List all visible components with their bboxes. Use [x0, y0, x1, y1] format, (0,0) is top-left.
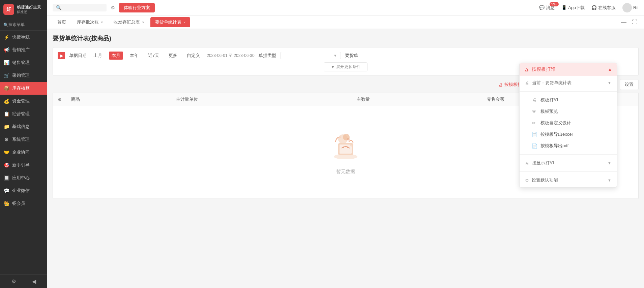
dropdown-divider-2	[520, 154, 617, 155]
sidebar-search[interactable]: 🔍 搜索菜单	[0, 19, 47, 31]
topbar-gear-icon[interactable]: ⚙	[111, 5, 115, 11]
sidebar-logo: 好 畅捷通好生意 标准版	[0, 0, 47, 19]
search-icon: 🔍	[3, 23, 8, 27]
date-btn-this-month[interactable]: 本月	[109, 52, 123, 60]
template-excel-label: 按模板导出excel	[540, 131, 573, 137]
apps-icon: 🔲	[3, 175, 9, 181]
tab-order-stats-close[interactable]: ×	[183, 20, 185, 24]
sidebar-item-label: 销售管理	[12, 60, 30, 66]
date-range-display: 2023-06-01 至 2023-06-30	[207, 53, 254, 59]
sidebar-item-label: 基础信息	[12, 124, 30, 130]
app-download-icon: 📱	[561, 5, 567, 10]
sidebar-item-marketing[interactable]: 📢 营销推广	[0, 43, 47, 56]
purchase-icon: 🛒	[3, 73, 9, 78]
table-settings-gear-icon[interactable]: ⚙	[58, 97, 62, 102]
tab-receipt-summary[interactable]: 收发存汇总表 ×	[109, 17, 149, 27]
sidebar-item-sales[interactable]: 📊 销售管理	[0, 56, 47, 69]
operation-icon: 📋	[3, 111, 9, 117]
dropdown-item-template-pdf[interactable]: 📄 按模板导出pdf	[520, 140, 617, 152]
collapse-footer-btn[interactable]: ◀	[32, 278, 36, 285]
basic-icon: 📁	[3, 124, 9, 129]
date-btn-more[interactable]: 更多	[166, 52, 180, 60]
trial-button[interactable]: 体验行业方案	[119, 3, 155, 12]
topbar-search-box[interactable]: 🔍	[53, 4, 107, 11]
newbie-icon: 🎯	[3, 162, 9, 168]
dropdown-default-fn[interactable]: ⚙ 设置默认功能 ▼	[520, 174, 617, 186]
finance-icon: 💰	[3, 98, 9, 104]
date-btn-this-year[interactable]: 本年	[127, 52, 141, 60]
tab-home-label: 首页	[57, 19, 66, 25]
sidebar-item-finance[interactable]: 💰 资金管理	[0, 95, 47, 107]
sidebar-item-wechat[interactable]: 💬 企业微信	[0, 184, 47, 197]
user-item[interactable]: Rit	[622, 3, 639, 12]
dropdown-display-print[interactable]: 🖨 按显示打印 ▼	[520, 157, 617, 169]
date-btn-7days[interactable]: 近7天	[145, 52, 162, 60]
sidebar-item-member[interactable]: 👑 畅会员	[0, 197, 47, 210]
sidebar-nav: ⚡ 快捷导航 📢 营销推广 📊 销售管理 🛒 采购管理 📦 库存核算 💰 资金管…	[0, 31, 47, 275]
sidebar-item-label: 新手引导	[12, 162, 30, 168]
date-btn-custom[interactable]: 自定义	[184, 52, 203, 60]
svg-point-4	[347, 147, 348, 148]
online-support-item[interactable]: 🎧 在线客服	[591, 5, 616, 11]
topbar: 🔍 ⚙ 体验行业方案 💬 消息 99+ 📱 App下载 🎧 在线客服 Rit	[47, 0, 644, 15]
sidebar-footer: ⚙ ◀	[0, 275, 47, 288]
dropdown-header-left: 🖨 按模板打印	[524, 66, 555, 72]
goods-filter-label: 要货单	[345, 53, 358, 59]
dropdown-collapse-arrow[interactable]: ▲	[608, 67, 612, 72]
sidebar-item-apps[interactable]: 🔲 应用中心	[0, 171, 47, 184]
dropdown-default-section: ⚙ 设置默认功能 ▼	[520, 173, 617, 187]
sidebar-item-purchase[interactable]: 🛒 采购管理	[0, 69, 47, 82]
sidebar-item-quick-nav[interactable]: ⚡ 快捷导航	[0, 31, 47, 43]
main-area: 🔍 ⚙ 体验行业方案 💬 消息 99+ 📱 App下载 🎧 在线客服 Rit	[47, 0, 644, 288]
dropdown-divider-3	[520, 171, 617, 172]
sidebar-item-enterprise[interactable]: 🤝 企业协同	[0, 146, 47, 159]
tab-home[interactable]: 首页	[53, 17, 71, 27]
tab-inventory-batch[interactable]: 库存批次账 ×	[72, 17, 108, 27]
app-download-item[interactable]: 📱 App下载	[561, 5, 585, 11]
date-btn-last-month[interactable]: 上月	[91, 52, 105, 60]
tab-inventory-batch-label: 库存批次账	[77, 19, 99, 25]
dropdown-item-template-design[interactable]: ✏ 模板自定义设计	[520, 117, 617, 129]
settings-btn[interactable]: 设置	[620, 79, 639, 90]
current-template-label: 当前：要货单统计表	[532, 80, 572, 86]
member-icon: 👑	[3, 201, 9, 206]
sidebar-item-inventory[interactable]: 📦 库存核算	[0, 82, 47, 95]
dropdown-header[interactable]: 🖨 按模板打印 ▲	[520, 63, 617, 76]
dropdown-current-template[interactable]: 🖨 当前：要货单统计表 ▼	[520, 77, 617, 89]
dropdown-title: 按模板打印	[532, 66, 555, 72]
topbar-search-input[interactable]	[63, 5, 97, 10]
sidebar-item-system[interactable]: ⚙ 系统管理	[0, 133, 47, 146]
settings-footer-btn[interactable]: ⚙	[11, 278, 16, 285]
dropdown-items-section: 🖨 模板打印 👁 模板预览 ✏ 模板自定义设计 📄 按模板导出excel 📄	[520, 93, 617, 153]
sidebar-search-label: 搜索菜单	[8, 22, 25, 28]
tabs-minimize-btn[interactable]: —	[620, 18, 628, 27]
table-col-goods: 商品	[66, 93, 171, 106]
tabs-maximize-btn[interactable]: ⛶	[631, 18, 639, 27]
message-item[interactable]: 💬 消息 99+	[539, 5, 555, 11]
username: Rit	[633, 5, 639, 10]
topbar-search-icon: 🔍	[56, 5, 61, 10]
enterprise-icon: 🤝	[3, 150, 9, 155]
filter-toggle-btn[interactable]: ▶	[58, 52, 65, 59]
sidebar-item-operation[interactable]: 📋 经营管理	[0, 107, 47, 120]
dropdown-item-template-preview[interactable]: 👁 模板预览	[520, 106, 617, 117]
sidebar-item-newbie[interactable]: 🎯 新手引导	[0, 159, 47, 171]
sidebar-item-label: 快捷导航	[12, 34, 30, 40]
type-filter-select[interactable]: ▼	[280, 52, 341, 59]
printer-icon: 🖨	[499, 82, 503, 87]
dropdown-item-template-excel[interactable]: 📄 按模板导出excel	[520, 129, 617, 140]
tab-inventory-batch-close[interactable]: ×	[101, 20, 103, 24]
display-print-label: 按显示打印	[532, 160, 554, 166]
template-preview-label: 模板预览	[540, 108, 558, 115]
tab-receipt-summary-close[interactable]: ×	[142, 20, 144, 24]
svg-rect-2	[340, 145, 352, 154]
message-icon: 💬	[539, 5, 545, 10]
expand-more-btn[interactable]: ▼ 展开更多条件	[324, 62, 368, 71]
tab-order-stats[interactable]: 要货单统计表 ×	[150, 17, 190, 27]
headset-icon: 🎧	[591, 5, 597, 10]
dropdown-item-template-print[interactable]: 🖨 模板打印	[520, 94, 617, 106]
logo-text: 畅捷通好生意 标准版	[17, 5, 41, 14]
tab-order-stats-label: 要货单统计表	[155, 19, 181, 25]
sidebar-item-label: 采购管理	[12, 72, 30, 78]
sidebar-item-basic[interactable]: 📁 基础信息	[0, 120, 47, 133]
